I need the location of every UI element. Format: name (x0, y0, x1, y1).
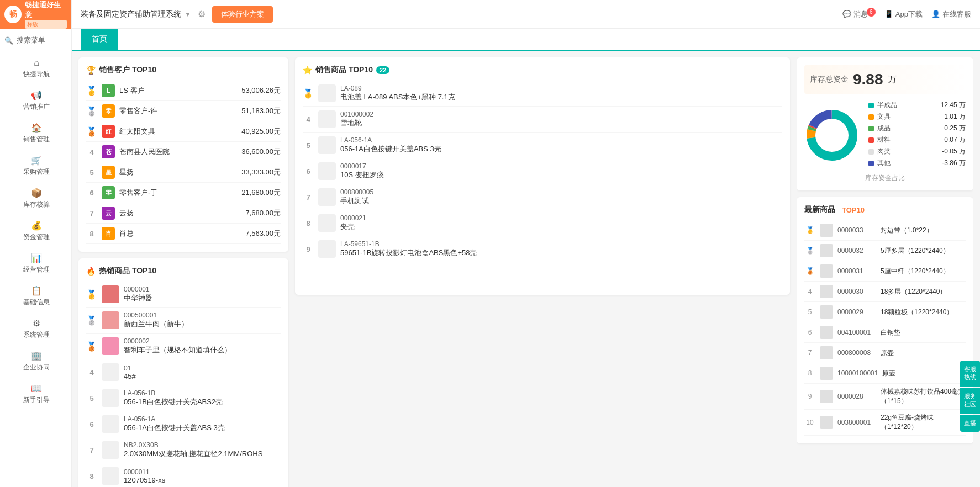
customer-ranking-list: 🥇 L LS 客户 53,006.26元 🥈 零 零售客户-许 51,183.0… (86, 81, 281, 244)
content-area: 🏆 销售客户 TOP10 🥇 L LS 客户 53,006.26元 (72, 51, 980, 487)
list-item: 4 苍 苍南县人民医院 36,600.00元 (86, 142, 281, 162)
product-image (318, 214, 336, 232)
list-item: 8 0000011 12070519-xs (86, 463, 281, 487)
sidebar-item-inventory[interactable]: 📦 库存核算 (0, 182, 71, 215)
product-image (102, 311, 119, 329)
list-item: 4 001000002 雪地靴 (303, 107, 782, 133)
sidebar-search-area[interactable]: 🔍 搜索菜单 (0, 29, 71, 52)
newest-products-card: 最新商品 TOP10 🥇 0000033 封边带（1.0*22） 🥈 (797, 197, 973, 443)
online-service-button[interactable]: 👤 在线客服 (931, 9, 971, 19)
page-tabs: 首页 (72, 29, 980, 51)
search-menu-button[interactable]: 🔍 搜索菜单 (4, 33, 67, 47)
list-item: 7 000800005 手机测试 (303, 184, 782, 210)
legend-dot (868, 126, 874, 131)
avatar: L (102, 84, 115, 97)
sidebar-item-sales[interactable]: 🏠 销售管理 (0, 117, 71, 150)
best-seller-list: 🥇 LA-089 电池盖 LA-089 ABS本色+黑种 7.1克 4 (303, 81, 782, 262)
sidebar-item-label: 经营管理 (23, 265, 50, 274)
customer-name: 云扬 (119, 208, 241, 218)
float-btn-live[interactable]: 直播 (960, 415, 980, 432)
inventory-icon: 📦 (31, 188, 42, 198)
basic-icon: 📋 (31, 285, 42, 296)
sidebar-logo-text: 畅捷通好生意 标版 (25, 0, 67, 29)
legend-dot (868, 149, 874, 155)
operation-icon: 📊 (31, 253, 42, 263)
product-image (820, 264, 833, 278)
sidebar-logo: 畅 畅捷通好生意 标版 (0, 0, 71, 29)
sidebar-item-finance[interactable]: 💰 资金管理 (0, 215, 71, 247)
left-column: 🏆 销售客户 TOP10 🥇 L LS 客户 53,006.26元 (78, 57, 288, 480)
customer-value: 7,680.00元 (245, 208, 281, 218)
list-item: 5 星 星扬 33,333.00元 (86, 162, 281, 183)
legend-item: 半成品 12.45 万 (868, 100, 966, 110)
list-item: 🥉 0000031 5厘中纤（1220*2440） (804, 261, 966, 282)
product-image (102, 363, 119, 381)
sidebar-item-marketing[interactable]: 📢 营销推广 (0, 84, 71, 117)
product-image (820, 244, 833, 257)
sidebar-item-label: 系统管理 (23, 330, 50, 340)
avatar: 苍 (102, 145, 115, 158)
hot-products-title: 🔥 热销商品 TOP10 (86, 266, 281, 276)
customer-value: 7,563.00元 (245, 229, 281, 239)
customer-value: 51,183.00元 (241, 106, 281, 116)
list-item: 🥇 L LS 客户 53,006.26元 (86, 81, 281, 101)
customer-value: 36,600.00元 (241, 147, 281, 157)
product-image (102, 285, 119, 303)
sidebar-item-basic[interactable]: 📋 基础信息 (0, 280, 71, 313)
list-item: 🥈 0000032 5厘多层（1220*2440） (804, 241, 966, 261)
product-image (318, 84, 336, 102)
sidebar-item-label: 基础信息 (23, 298, 50, 307)
message-button[interactable]: 💬 消息 6 (842, 9, 876, 19)
sidebar-item-corporate[interactable]: 🏢 企业协同 (0, 345, 71, 378)
product-image (820, 224, 833, 237)
inventory-unit: 万 (888, 74, 897, 86)
right-column: 库存总资金 9.88 万 (797, 57, 973, 480)
list-item: 6 004100001 白钢垫 (804, 322, 966, 343)
sidebar-item-guide[interactable]: 📖 新手引导 (0, 378, 71, 410)
sidebar-item-label: 新手引导 (23, 395, 50, 405)
product-image (102, 415, 119, 433)
trial-button[interactable]: 体验行业方案 (212, 6, 273, 23)
content-main: 🏆 销售客户 TOP10 🥇 L LS 客户 53,006.26元 (72, 51, 980, 487)
finance-icon: 💰 (31, 220, 42, 231)
settings-icon[interactable]: ⚙ (198, 9, 206, 19)
service-icon: 👤 (931, 10, 940, 18)
inventory-card: 库存总资金 9.88 万 (797, 57, 973, 190)
list-item: 5 0000029 18颗粒板（1220*2440） (804, 302, 966, 322)
inventory-label: 库存总资金 (810, 75, 849, 84)
trophy-icon: 🏆 (86, 66, 96, 75)
avatar: 肖 (102, 227, 115, 240)
newest-products-list: 🥇 0000033 封边带（1.0*22） 🥈 0000032 5厘多层（122… (804, 220, 966, 436)
sidebar-item-system[interactable]: ⚙ 系统管理 (0, 313, 71, 345)
customer-name: LS 客户 (119, 86, 237, 96)
app-logo-icon: 畅 (4, 6, 22, 23)
legend-item: 肉类 -0.05 万 (868, 147, 966, 156)
list-item: 5 LA-056-1B 056-1B白色按键开关壳ABS2壳 (86, 385, 281, 411)
donut-legend: 半成品 12.45 万 文具 1.01 万 成品 0 (868, 100, 966, 170)
avatar: 云 (102, 207, 115, 220)
list-item: 10 003800001 22g鱼豆腐-烧烤味（1*12*20） (804, 410, 966, 436)
float-btn-service[interactable]: 客服热线 (960, 361, 980, 387)
tab-home[interactable]: 首页 (81, 29, 118, 50)
donut-chart-area: 半成品 12.45 万 文具 1.01 万 成品 0 (804, 100, 966, 170)
fire-icon: 🔥 (86, 267, 96, 276)
hot-products-card: 🔥 热销商品 TOP10 🥇 0000001 中华神器 (78, 258, 288, 487)
product-image (102, 337, 119, 355)
app-download-button[interactable]: 📱 App下载 (884, 9, 923, 19)
star-icon: ⭐ (303, 66, 312, 75)
list-item: 5 LA-056-1A 056-1A白色按键开关盖ABS 3壳 (303, 133, 782, 158)
sidebar-item-purchase[interactable]: 🛒 采购管理 (0, 150, 71, 182)
inventory-value: 9.88 (853, 71, 883, 88)
product-image (318, 240, 336, 258)
avatar: 红 (102, 125, 115, 138)
legend-dot (868, 137, 874, 143)
list-item: 9 LA-59651-1B 59651-1B旋转投影灯电池盒ABS黑色+58壳 (303, 236, 782, 262)
float-btn-community[interactable]: 服务社区 (960, 388, 980, 414)
legend-dot (868, 161, 874, 166)
sidebar-item-label: 销售管理 (23, 135, 50, 144)
sidebar-item-operation[interactable]: 📊 经营管理 (0, 247, 71, 280)
avatar: 零 (102, 186, 115, 199)
sidebar-badge: 标版 (25, 20, 67, 29)
sidebar-item-home[interactable]: ⌂ 快捷导航 (0, 52, 71, 84)
list-item: 7 云 云扬 7,680.00元 (86, 203, 281, 224)
